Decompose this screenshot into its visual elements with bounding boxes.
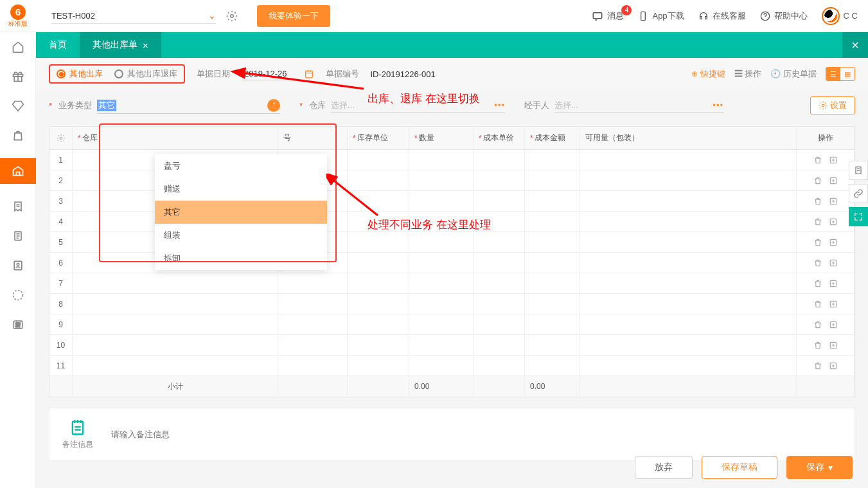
dropdown-option[interactable]: 组装 (155, 224, 327, 247)
nav-gift-icon[interactable] (11, 69, 25, 84)
add-icon[interactable] (829, 156, 838, 165)
remarks-input[interactable] (111, 429, 842, 439)
handler-select[interactable]: 选择... ••• (554, 98, 723, 113)
add-icon[interactable] (829, 300, 838, 309)
nav-new-icon[interactable]: 新 (11, 318, 25, 332)
chevron-up-icon[interactable]: ˄ (267, 99, 280, 112)
doc-date-label: 单据日期 (197, 68, 230, 80)
logo[interactable]: 6 标准版 (0, 4, 36, 28)
dropdown-option[interactable]: 其它 (155, 201, 327, 224)
trial-button[interactable]: 我要体验一下 (257, 5, 330, 27)
svg-rect-4 (641, 12, 646, 20)
store-select[interactable]: TEST-H002 ⌄ (51, 8, 216, 24)
save-draft-button[interactable]: 保存草稿 (702, 456, 777, 479)
delete-icon[interactable] (813, 258, 822, 267)
tab-other-out[interactable]: 其他出库单 × (80, 32, 161, 58)
help-center-link[interactable]: 帮助中心 (760, 10, 808, 22)
nav-person-icon[interactable] (11, 258, 25, 273)
link-icon[interactable] (849, 184, 868, 203)
gear-icon[interactable] (226, 10, 238, 22)
svg-point-11 (13, 291, 22, 300)
radio-other-return[interactable]: 其他出库退库 (114, 68, 177, 80)
svg-rect-28 (73, 422, 83, 435)
messages-link[interactable]: 消息 4 (592, 10, 624, 22)
settings-button[interactable]: 设置 (810, 96, 855, 114)
table-row[interactable]: 8 (49, 294, 855, 314)
add-icon[interactable] (829, 238, 838, 247)
table-row[interactable]: 7 (49, 273, 855, 294)
biz-type-dropdown[interactable]: 盘亏赠送其它组装拆卸 (155, 154, 327, 270)
add-icon[interactable] (829, 197, 838, 206)
save-button[interactable]: 保存 ▾ (786, 456, 853, 479)
add-icon[interactable] (829, 176, 838, 185)
help-center-label: 帮助中心 (774, 10, 808, 22)
list-view-icon[interactable]: ☰ (826, 68, 840, 80)
delete-icon[interactable] (813, 176, 822, 185)
delete-icon[interactable] (813, 156, 822, 165)
delete-icon[interactable] (813, 341, 822, 350)
online-service-label: 在线客服 (713, 10, 746, 22)
table-row[interactable]: 11 (49, 356, 855, 376)
nav-home-icon[interactable] (11, 40, 25, 54)
delete-icon[interactable] (813, 320, 822, 329)
online-service-link[interactable]: 在线客服 (698, 10, 746, 22)
expand-icon[interactable] (849, 207, 868, 226)
svg-point-16 (60, 137, 62, 140)
discard-button[interactable]: 放弃 (635, 456, 693, 479)
more-icon[interactable]: ••• (494, 100, 505, 110)
nav-cycle-icon[interactable] (11, 288, 25, 302)
app-download-link[interactable]: App下载 (638, 10, 684, 22)
add-icon[interactable] (829, 279, 838, 288)
user-menu[interactable]: C C (822, 7, 858, 25)
column-qty: *数量 (409, 127, 474, 149)
add-icon[interactable] (829, 341, 838, 350)
tabs-close-all[interactable]: × (842, 32, 868, 58)
operate-label: 操作 (745, 69, 761, 78)
biz-type-field: * 业务类型 其它 ˄ (49, 98, 280, 114)
close-icon[interactable]: × (143, 40, 148, 51)
delete-icon[interactable] (813, 238, 822, 247)
table-row[interactable]: 10 (49, 335, 855, 356)
dropdown-option[interactable]: 赠送 (155, 177, 327, 201)
table-footer: 小计 0.00 0.00 (49, 376, 855, 397)
column-gear[interactable] (49, 127, 73, 149)
operate-link[interactable]: ☰ 操作 (734, 68, 762, 80)
delete-icon[interactable] (813, 300, 822, 309)
delete-icon[interactable] (813, 197, 822, 206)
handler-field: 经手人 选择... ••• (524, 98, 723, 113)
shortcut-label: 快捷键 (700, 69, 725, 78)
delete-icon[interactable] (813, 217, 822, 226)
logo-icon: 6 (10, 4, 26, 21)
nav-money-icon[interactable] (11, 199, 25, 213)
nav-diamond-icon[interactable] (11, 99, 25, 113)
handler-placeholder: 选择... (554, 100, 578, 111)
dropdown-option[interactable]: 盘亏 (155, 154, 327, 177)
column-code: 号 (278, 127, 348, 149)
tab-home[interactable]: 首页 (36, 32, 80, 58)
biz-type-select[interactable]: 其它 ˄ (97, 98, 280, 114)
delete-icon[interactable] (813, 361, 822, 370)
column-available: 可用量（包装） (580, 127, 797, 149)
nav-bag-icon[interactable] (11, 129, 25, 143)
table-row[interactable]: 9 (49, 314, 855, 335)
grid-view-icon[interactable]: ▦ (840, 68, 855, 80)
add-icon[interactable] (829, 258, 838, 267)
delete-icon[interactable] (813, 279, 822, 288)
biz-type-label: 业务类型 (58, 100, 92, 111)
svg-text:新: 新 (15, 321, 21, 328)
add-icon[interactable] (829, 320, 838, 329)
svg-point-2 (231, 14, 234, 17)
view-toggle[interactable]: ☰ ▦ (826, 67, 855, 81)
nav-clipboard-icon[interactable] (11, 229, 25, 243)
more-icon[interactable]: ••• (713, 100, 723, 110)
top-bar: 6 标准版 TEST-H002 ⌄ 我要体验一下 消息 4 App下载 在线客服… (0, 0, 868, 32)
radio-other-out[interactable]: 其他出库 (57, 68, 103, 80)
history-link[interactable]: 🕘 历史单据 (770, 68, 817, 80)
add-icon[interactable] (829, 361, 838, 370)
dropdown-option[interactable]: 拆卸 (155, 247, 327, 270)
doc-icon[interactable] (849, 161, 868, 180)
shortcut-link[interactable]: ⊕ 快捷键 (691, 68, 725, 80)
add-icon[interactable] (829, 217, 838, 226)
nav-warehouse-icon[interactable] (0, 158, 36, 184)
column-warehouse: *仓库 (73, 127, 278, 149)
